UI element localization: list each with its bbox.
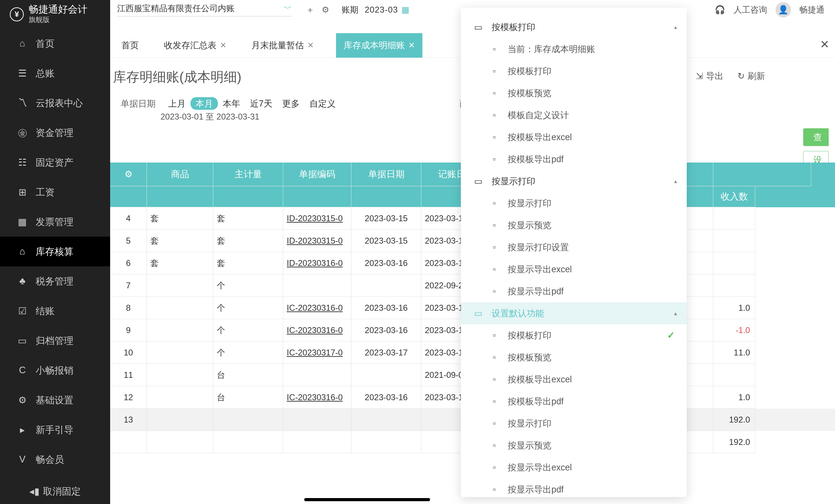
menu-item-icon: ▫ [490,441,499,451]
sidebar-item-0[interactable]: ⌂首页 [0,29,110,58]
export-button[interactable]: ⇲导出 [696,70,723,82]
nav-icon-3: ㊎ [17,127,28,138]
menu-item[interactable]: ▫按模板导出pdf [461,148,687,170]
sidebar-item-8[interactable]: ♣税务管理 [0,266,110,296]
menu-item-icon: ▫ [490,221,499,230]
period-value[interactable]: 2023-03 [365,5,398,15]
sidebar-unpin[interactable]: ◂▮ 取消固定 [0,485,110,498]
sidebar-item-3[interactable]: ㊎资金管理 [0,118,110,147]
range-上月[interactable]: 上月 [163,97,191,110]
tab-close-icon[interactable]: ✕ [408,41,415,50]
menu-item[interactable]: ▫按模板打印 [461,60,687,82]
sidebar-item-13[interactable]: ▸新手引导 [0,415,110,445]
caret-icon: ▴ [674,178,677,185]
nav-icon-4: ☷ [17,157,28,168]
plus-icon[interactable]: ＋ [305,5,315,15]
menu-item[interactable]: ▫按显示预览 [461,434,687,456]
doc-link[interactable]: IC-20230316-0 [283,386,351,409]
logo-icon [10,7,24,21]
tab-close-icon[interactable]: ✕ [307,41,314,50]
date-range: 2023-03-01 至 2023-03-31 [160,111,259,122]
home-indicator [304,498,430,501]
menu-item[interactable]: ▫按模板导出pdf [461,390,687,412]
menu-item[interactable]: ▫按显示打印 [461,192,687,214]
nav-icon-5: ⊞ [17,187,28,198]
menu-item[interactable]: ▫按模板预览 [461,82,687,104]
menu-item[interactable]: ▫当前：库存成本明细账 [461,38,687,60]
menu-section[interactable]: ▭设置默认功能▴ [461,302,687,324]
tab-3[interactable]: 库存成本明细账✕ [336,33,422,58]
menu-item[interactable]: ▫按显示预览 [461,214,687,236]
menu-item[interactable]: ▫按显示打印 [461,412,687,434]
th-docdate: 单据日期 [351,163,421,186]
export-icon: ⇲ [696,71,703,81]
doc-link[interactable]: IC-20230316-0 [283,297,351,319]
menu-section[interactable]: ▭按模板打印▴ [461,16,687,38]
section-icon: ▭ [473,309,483,318]
brand-name: 畅捷通好会计 [29,5,87,14]
menu-item-icon: ▫ [490,265,499,274]
refresh-button[interactable]: ↻刷新 [737,70,765,82]
query-button[interactable]: 查 [803,128,829,146]
unpin-icon: ◂▮ [29,486,40,497]
menu-item-icon: ▫ [490,44,499,54]
th-goods: 商品 [147,163,213,186]
nav-icon-0: ⌂ [17,38,28,49]
tab-2[interactable]: 月末批量暂估✕ [249,33,316,58]
sidebar-item-2[interactable]: 〽云报表中心 [0,88,110,118]
range-更多[interactable]: 更多 [277,97,305,110]
menu-item-icon: ▫ [490,110,499,120]
menu-item-icon: ▫ [490,287,499,296]
menu-item[interactable]: ▫按显示导出pdf [461,280,687,302]
range-近7天[interactable]: 近7天 [245,97,277,110]
doc-link[interactable]: ID-20230315-0 [283,230,351,252]
nav-icon-11: C [17,365,28,376]
top-tools: ⇲导出 ↻刷新 [696,70,765,82]
menu-item[interactable]: ▫按模板导出excel [461,368,687,390]
sidebar-item-6[interactable]: ▦发票管理 [0,207,110,237]
menu-item-icon: ▫ [490,353,499,362]
th-qty: 收入数 [713,186,755,207]
sidebar-item-14[interactable]: V畅会员 [0,445,110,474]
range-本年[interactable]: 本年 [218,97,245,110]
gear-icon[interactable]: ⚙ [321,5,330,15]
doc-link[interactable]: IC-20230317-0 [283,341,351,364]
nav-icon-12: ⚙ [17,395,28,406]
sidebar-item-4[interactable]: ☷固定资产 [0,147,110,177]
refresh-icon: ↻ [737,71,745,81]
menu-item[interactable]: ▫按显示导出excel [461,456,687,478]
sidebar-item-9[interactable]: ☑结账 [0,296,110,326]
menu-item[interactable]: ▫按模板导出excel [461,126,687,148]
tab-0[interactable]: 首页 [119,33,142,58]
menu-item[interactable]: ▫按显示导出excel [461,258,687,280]
chevron-down-icon: ﹀ [284,3,292,14]
range-本月[interactable]: 本月 [191,97,218,110]
sidebar-item-5[interactable]: ⊞工资 [0,177,110,207]
user-name[interactable]: 畅捷通 [799,4,825,15]
menu-item[interactable]: ▫模板自定义设计 [461,104,687,126]
sidebar-item-1[interactable]: ☰总账 [0,58,110,88]
menu-item[interactable]: ▫按显示导出pdf [461,478,687,501]
consult-link[interactable]: 人工咨询 [734,4,767,15]
menu-item-icon: ▫ [490,485,499,495]
sidebar-item-7[interactable]: ⌂库存核算 [0,237,110,266]
avatar[interactable]: 👤 [776,2,791,17]
range-自定义[interactable]: 自定义 [305,97,341,110]
menu-item[interactable]: ▫按显示打印设置 [461,236,687,258]
menu-item[interactable]: ▫按模板打印✓ [461,324,687,346]
sidebar-item-12[interactable]: ⚙基础设置 [0,385,110,415]
doc-link[interactable]: ID-20230315-0 [283,207,351,230]
tab-close-icon[interactable]: ✕ [220,41,226,50]
table-settings-icon[interactable]: ⚙ [124,169,133,180]
sidebar-item-11[interactable]: C小畅报销 [0,355,110,385]
menu-section[interactable]: ▭按显示打印▴ [461,170,687,192]
sidebar-item-10[interactable]: ▭归档管理 [0,326,110,355]
menu-item[interactable]: ▫按模板预览 [461,346,687,368]
calendar-icon[interactable]: ▦ [401,5,409,15]
company-select[interactable]: 江西服宝精品有限责任公司内账 ﹀ [117,3,292,16]
doc-link[interactable]: ID-20230316-0 [283,252,351,274]
doc-link[interactable]: IC-20230316-0 [283,319,351,341]
tab-1[interactable]: 收发存汇总表✕ [161,33,229,58]
menu-item-icon: ▫ [490,199,499,208]
nav-icon-1: ☰ [17,68,28,79]
